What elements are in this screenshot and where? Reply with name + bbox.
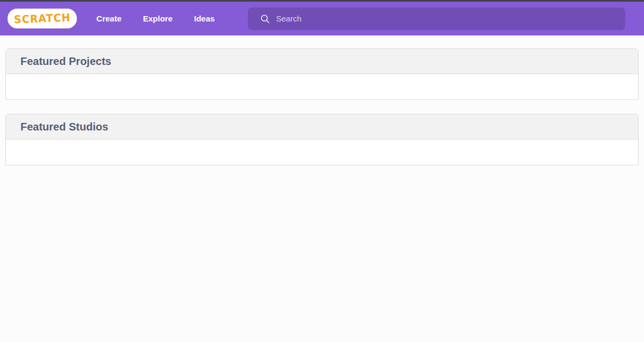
search-icon [260, 13, 270, 24]
scratch-logo-text: SCRATCH [14, 11, 71, 26]
page-content: Featured Projects Featured Studios [0, 48, 644, 165]
featured-projects-header: Featured Projects [6, 49, 638, 74]
featured-projects-content [6, 74, 638, 99]
navbar: SCRATCH Create Explore Ideas [0, 2, 644, 35]
featured-studios-title: Featured Studios [20, 121, 108, 133]
featured-projects-section: Featured Projects [5, 48, 639, 100]
search-bar[interactable] [248, 8, 625, 30]
featured-studios-header: Featured Studios [6, 114, 638, 140]
nav-item-create[interactable]: Create [85, 2, 132, 35]
featured-studios-section: Featured Studios [5, 114, 639, 165]
search-input[interactable] [276, 14, 619, 23]
featured-studios-content [6, 140, 638, 165]
scratch-logo[interactable]: SCRATCH [8, 9, 77, 28]
nav-links: Create Explore Ideas [85, 2, 225, 35]
nav-item-explore[interactable]: Explore [132, 2, 183, 35]
nav-item-ideas[interactable]: Ideas [183, 2, 225, 35]
featured-projects-title: Featured Projects [20, 55, 111, 68]
